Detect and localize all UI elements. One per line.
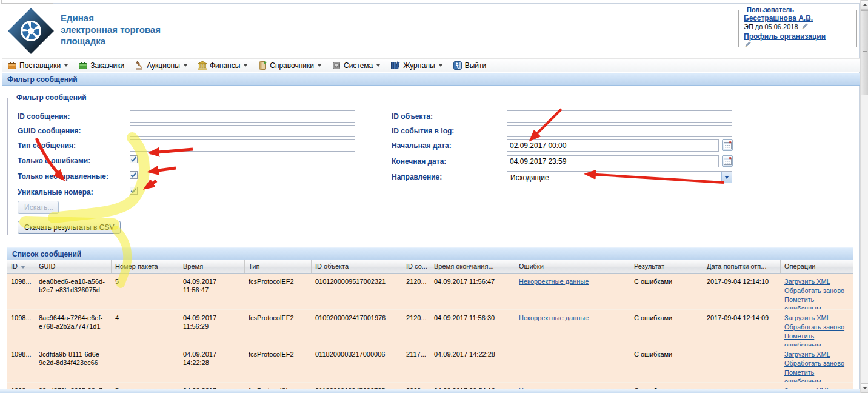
book-icon (258, 61, 267, 70)
table-row[interactable]: 1098...dea0bed6-ea10-a56d-b2c7-e831d3260… (7, 274, 853, 310)
operation-link[interactable]: Обработать заново (784, 323, 849, 332)
edit-pencil-icon[interactable] (744, 41, 751, 50)
column-header-id[interactable]: ID (7, 260, 35, 273)
cell-guid: 8ac9644a-7264-e6ef-e768-a2b2a77471d1 (35, 310, 112, 346)
scrollbar-thumb[interactable] (861, 10, 868, 95)
menu-item-customers[interactable]: Заказчики (78, 61, 124, 70)
vertical-scrollbar[interactable] (860, 0, 868, 393)
column-header-operations[interactable]: Операции (781, 260, 852, 273)
column-header-package[interactable]: Номер пакета (112, 260, 179, 273)
org-profile-link[interactable]: Профиль организации (744, 32, 826, 41)
operation-link[interactable]: Пометить ошибочным (784, 295, 849, 309)
only_unsent-checkbox[interactable] (130, 171, 138, 179)
table-row[interactable]: 1098...8ac9644a-7264-e6ef-e768-a2b2a7747… (7, 310, 853, 346)
arrow-up-icon (863, 4, 867, 6)
only_errors-checkbox[interactable] (130, 155, 138, 163)
grid-panel-header: Список сообщений (7, 247, 853, 260)
operation-link[interactable]: Загрузить XML (784, 314, 849, 323)
field-label-log_event_id: ID события в log: (392, 127, 454, 135)
operation-link[interactable]: Обработать заново (784, 359, 849, 368)
start_date-input[interactable] (507, 139, 719, 152)
cell-id: 1098... (7, 274, 35, 309)
filter-panel-header-label: Фильтр сообщений (7, 75, 78, 84)
column-header-id_so[interactable]: ID со... (402, 260, 430, 273)
grid-header-row: IDGUIDНомер пакетаВремяТипID объектаID с… (7, 260, 853, 274)
menu-bar: ПоставщикиЗаказчикиАукционыФинансыСправо… (2, 58, 860, 72)
menu-item-label: Журналы (403, 61, 435, 70)
menu-item-journals[interactable]: Журналы (390, 61, 442, 70)
field-label-direction: Направление: (392, 173, 442, 181)
menu-item-auctions[interactable]: Аукционы (135, 61, 187, 70)
horizontal-scrollbar[interactable] (0, 389, 860, 393)
error-link[interactable]: Некорректные данные (519, 277, 589, 286)
unique_numbers-checkbox[interactable] (130, 187, 138, 195)
edit-pencil-icon[interactable] (801, 23, 808, 32)
column-header-object_id[interactable]: ID объекта (312, 260, 402, 273)
error-link[interactable]: Некорректные данные (519, 314, 589, 322)
cell-end_time: 04.09.2017 11:56:30 (430, 310, 515, 346)
operation-link[interactable]: Пометить ошибочным (784, 368, 849, 382)
operation-link[interactable]: Загрузить XML (784, 350, 849, 359)
menu-item-finance[interactable]: Финансы (198, 61, 247, 70)
menu-item-label: Поставщики (19, 61, 61, 70)
chevron-down-icon[interactable] (721, 172, 732, 183)
cell-attempt_date: 2017-09-04 12:14:10 (703, 274, 781, 309)
cell-operations: Загрузить XMLОбработать зановоПометить о… (781, 346, 852, 382)
cell-end_time: 04.09.2017 14:22:28 (430, 346, 515, 382)
message_guid-input[interactable] (130, 125, 355, 137)
sort-desc-icon (21, 266, 25, 269)
table-row[interactable]: 1098...98ad878b-8905-98e7-7a15504.09.201… (7, 383, 853, 389)
menu-item-logout[interactable]: Выйти (453, 61, 487, 70)
scroll-down-button[interactable] (861, 383, 868, 393)
cell-id: 1098... (7, 310, 35, 346)
operation-link[interactable]: Загрузить XML (784, 277, 849, 286)
cell-type: fcsProtocolEF2 (245, 346, 312, 382)
grid-body: 1098...dea0bed6-ea10-a56d-b2c7-e831d3260… (7, 274, 853, 389)
table-row[interactable]: 1098...3cdfda9b-8111-6d6e-9e2d-8d34f423e… (7, 346, 853, 383)
cell-errors: Некорректные данные (515, 274, 630, 309)
column-header-time[interactable]: Время (179, 260, 245, 273)
column-header-end_time[interactable]: Время окончания... (430, 260, 515, 273)
end_date-input[interactable] (507, 155, 719, 167)
column-header-attempt_date[interactable]: Дата попытки отп... (703, 260, 781, 273)
menu-item-system[interactable]: Система (332, 61, 380, 70)
cell-errors: Некорректные данные (515, 310, 630, 346)
direction-value: Исходящие (510, 173, 549, 182)
calendar-icon[interactable] (722, 155, 733, 167)
download-csv-button[interactable]: Скачать результаты в CSV (18, 221, 121, 234)
exit-icon (453, 61, 462, 70)
menu-item-suppliers[interactable]: Поставщики (7, 61, 68, 70)
message_id-input[interactable] (130, 110, 355, 123)
column-header-errors[interactable]: Ошибки (515, 260, 630, 273)
cell-guid: 3cdfda9b-8111-6d6e-9e2d-8d34f423ec66 (35, 346, 112, 382)
direction-select[interactable]: Исходящие (507, 171, 732, 183)
log_event_id-input[interactable] (507, 125, 732, 137)
cell-result: С ошибками (630, 310, 703, 346)
cell-end_time: 04.09.2017 11:56:47 (430, 274, 515, 309)
user-name-link[interactable]: Бесстрашнова А.В. (744, 14, 813, 22)
site-title-line1: Единая (61, 12, 161, 24)
object_id-input[interactable] (507, 110, 732, 123)
cell-operations: Загрузить XMLОбработать зановоПометить о… (781, 274, 852, 309)
cell-package: 5 (112, 274, 179, 309)
column-header-guid[interactable]: GUID (35, 260, 112, 273)
operation-link[interactable]: Обработать заново (784, 286, 849, 295)
cell-time: 04.09.2017 20:54:03 (179, 383, 245, 389)
browser-tab-remnant (1, 0, 53, 4)
cell-package (112, 346, 179, 382)
cell-time: 04.09.2017 11:56:47 (179, 274, 245, 309)
cell-object_id: 0118200010047000705 (312, 383, 402, 389)
operation-link[interactable]: Пометить ошибочным (784, 332, 849, 346)
cell-operations: Загрузить XML (781, 383, 852, 389)
scroll-up-button[interactable] (861, 0, 868, 10)
field-label-unique_numbers: Уникальные номера: (18, 188, 93, 196)
field-label-object_id: ID объекта: (392, 112, 433, 121)
calendar-icon[interactable] (722, 139, 733, 151)
eetp-logo (7, 7, 55, 56)
column-header-type[interactable]: Тип (245, 260, 312, 273)
filter-panel-header: Фильтр сообщений (2, 73, 860, 86)
column-header-result[interactable]: Результат (630, 260, 703, 273)
message_type-input[interactable] (130, 139, 355, 152)
menu-item-references[interactable]: Справочники (258, 61, 321, 70)
search-button[interactable]: Искать... (18, 201, 59, 214)
